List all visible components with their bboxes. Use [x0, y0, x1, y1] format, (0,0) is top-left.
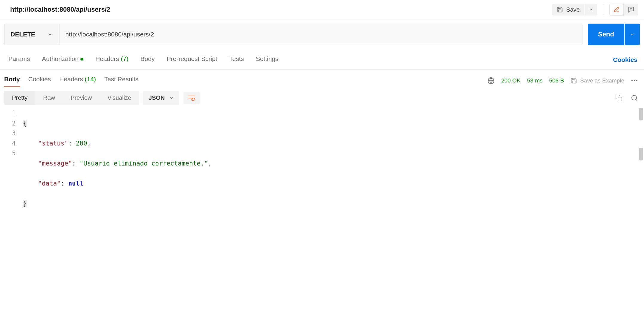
method-value: DELETE	[10, 31, 35, 38]
save-label: Save	[566, 6, 580, 13]
save-icon	[570, 77, 577, 84]
request-tab-title: http://localhost:8080/api/users/2	[10, 6, 110, 13]
line-number: 2	[12, 119, 16, 129]
response-tab-headers-count: (14)	[85, 76, 96, 82]
indent	[23, 140, 38, 147]
chevron-down-icon	[630, 32, 635, 37]
tab-tests[interactable]: Tests	[229, 52, 244, 68]
scrollbar-thumb[interactable]	[639, 148, 643, 160]
save-as-example-button[interactable]: Save as Example	[570, 77, 624, 84]
response-tab-body-label: Body	[4, 76, 20, 82]
json-value-message: "Usuario eliminado correctamente."	[79, 160, 208, 167]
svg-line-10	[636, 99, 637, 100]
url-input[interactable]	[59, 24, 582, 45]
view-preview[interactable]: Preview	[63, 91, 100, 105]
json-key-status: "status"	[38, 140, 68, 147]
view-visualize[interactable]: Visualize	[100, 91, 139, 105]
colon: :	[61, 180, 65, 187]
response-tab-headers-label: Headers	[59, 76, 83, 82]
tab-header: http://localhost:8080/api/users/2 Save	[0, 0, 644, 19]
svg-point-9	[632, 95, 637, 100]
globe-icon[interactable]	[487, 77, 495, 84]
view-raw[interactable]: Raw	[35, 91, 63, 105]
line-number: 4	[12, 139, 16, 149]
response-tab-headers[interactable]: Headers (14)	[59, 74, 96, 86]
body-type-value: JSON	[149, 94, 165, 101]
tab-settings-label: Settings	[256, 55, 279, 62]
tab-body-label: Body	[140, 55, 155, 62]
json-value-data: null	[68, 180, 83, 187]
tab-prerequest[interactable]: Pre-request Script	[167, 52, 217, 68]
response-tab-body[interactable]: Body	[4, 74, 20, 87]
tab-params[interactable]: Params	[8, 52, 30, 68]
header-actions: Save	[552, 4, 638, 16]
request-row: DELETE Send	[0, 19, 644, 48]
comma: ,	[208, 160, 212, 167]
svg-point-4	[631, 80, 633, 81]
view-mode-segment: Pretty Raw Preview Visualize	[4, 91, 139, 105]
colon: :	[72, 160, 76, 167]
cookies-link[interactable]: Cookies	[613, 56, 637, 63]
line-gutter: 1 2 3 4 5	[0, 107, 23, 230]
comma: ,	[87, 140, 91, 147]
authorization-indicator-icon	[80, 58, 83, 61]
edit-button[interactable]	[609, 4, 624, 16]
response-tab-testresults[interactable]: Test Results	[104, 74, 138, 86]
colon: :	[68, 140, 72, 147]
line-number: 1	[12, 108, 16, 119]
save-button[interactable]: Save	[552, 4, 584, 16]
response-time: 53 ms	[527, 77, 543, 84]
indent	[23, 180, 38, 187]
tab-body[interactable]: Body	[140, 52, 155, 68]
copy-button[interactable]	[615, 94, 622, 102]
tab-headers-label: Headers	[95, 55, 119, 62]
tab-headers-count: (7)	[121, 55, 129, 62]
response-tab-cookies[interactable]: Cookies	[28, 74, 51, 86]
response-tabs-row: Body Cookies Headers (14) Test Results 2…	[0, 70, 644, 87]
pencil-icon	[613, 6, 620, 13]
line-number: 3	[12, 128, 16, 139]
view-raw-label: Raw	[43, 94, 55, 101]
view-pretty-label: Pretty	[12, 94, 27, 101]
tab-params-label: Params	[8, 55, 30, 62]
method-url-bar: DELETE	[4, 24, 582, 45]
wrap-icon	[188, 95, 195, 101]
send-button[interactable]: Send	[588, 24, 624, 45]
response-body-code: 1 2 3 4 5 { "status": 200, "message": "U…	[0, 107, 644, 242]
divider	[603, 4, 603, 15]
response-tab-testresults-label: Test Results	[104, 76, 138, 82]
chevron-down-icon	[588, 7, 593, 12]
send-label: Send	[598, 30, 614, 38]
svg-point-6	[636, 80, 637, 81]
code-content[interactable]: { "status": 200, "message": "Usuario eli…	[23, 107, 212, 230]
view-preview-label: Preview	[71, 94, 92, 101]
response-size: 506 B	[549, 77, 564, 84]
more-icon[interactable]	[631, 79, 638, 82]
method-select[interactable]: DELETE	[4, 24, 59, 45]
view-pretty[interactable]: Pretty	[4, 91, 35, 105]
indent	[23, 160, 38, 167]
tab-headers[interactable]: Headers (7)	[95, 52, 129, 68]
svg-point-5	[634, 80, 635, 81]
save-icon	[556, 6, 563, 13]
view-visualize-label: Visualize	[107, 94, 131, 101]
body-type-select[interactable]: JSON	[143, 91, 179, 105]
search-button[interactable]	[631, 94, 638, 102]
tab-authorization[interactable]: Authorization	[42, 52, 83, 68]
scrollbar-thumb[interactable]	[639, 108, 643, 120]
json-value-status: 200	[76, 140, 87, 147]
tab-tests-label: Tests	[229, 55, 244, 62]
body-toolbar: Pretty Raw Preview Visualize JSON	[0, 87, 644, 107]
save-dropdown-button[interactable]	[585, 4, 597, 16]
comments-button[interactable]	[624, 4, 638, 16]
brace-close: }	[23, 200, 27, 207]
chevron-down-icon	[47, 32, 53, 37]
cookies-link-label: Cookies	[613, 56, 637, 63]
send-dropdown-button[interactable]	[625, 24, 640, 45]
tab-settings[interactable]: Settings	[256, 52, 279, 68]
json-key-data: "data"	[38, 180, 61, 187]
comment-icon	[628, 6, 634, 13]
response-status: 200 OK	[501, 77, 520, 84]
brace-open: {	[23, 120, 27, 127]
wrap-lines-button[interactable]	[183, 92, 200, 104]
